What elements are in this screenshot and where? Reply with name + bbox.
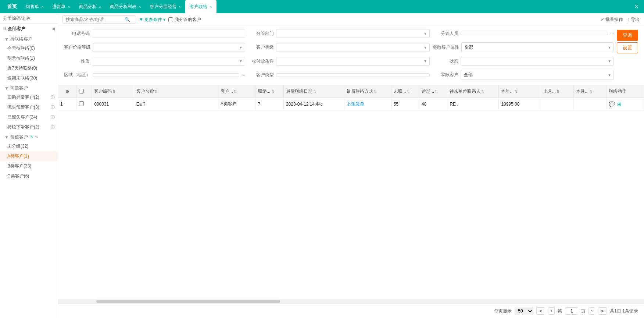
- staff-more-icon[interactable]: ···: [610, 31, 614, 36]
- lastdate-sort-icon[interactable]: ⇅: [313, 89, 316, 93]
- col-contact-person[interactable]: 往来单位联系人 ⇅: [447, 85, 499, 98]
- sidebar-item-today[interactable]: 今天待联络(0): [0, 43, 58, 53]
- contact-sort-icon[interactable]: ⇅: [271, 89, 274, 93]
- prev-page-btn[interactable]: ‹: [548, 307, 555, 315]
- contactperson-sort-icon[interactable]: ⇅: [481, 89, 484, 93]
- batch-op-btn[interactable]: ✓ 批量操作: [601, 17, 623, 23]
- export-btn[interactable]: ↑ 导出: [627, 17, 640, 23]
- sidebar-search-input[interactable]: [3, 16, 58, 21]
- close-analysis-list-tab[interactable]: ×: [139, 4, 141, 9]
- lastmethod-sort-icon[interactable]: ⇅: [374, 89, 377, 93]
- close-customer-contact-tab[interactable]: ×: [210, 4, 212, 9]
- sidebar-item-classA[interactable]: A类客户(1): [0, 151, 58, 161]
- sidebar-item-tomorrow[interactable]: 明天待联络(1): [0, 53, 58, 63]
- sidebar-item-declining[interactable]: 持续下滑客户(2) ⓘ: [0, 122, 58, 132]
- sidebar-item-lost[interactable]: 已流失客户(24) ⓘ: [0, 112, 58, 122]
- name-sort-icon[interactable]: ⇅: [155, 89, 158, 93]
- close-all-tabs[interactable]: ×: [632, 3, 641, 10]
- next-page-btn[interactable]: ›: [588, 307, 595, 315]
- col-settings[interactable]: ⚙: [58, 85, 77, 98]
- grid-icon[interactable]: ⊞: [617, 101, 622, 107]
- search-box[interactable]: 🔍: [62, 15, 136, 24]
- close-sales-tab[interactable]: ×: [41, 4, 43, 9]
- level-select[interactable]: ▾: [276, 43, 429, 52]
- col-last-method[interactable]: 最后联络方式 ⇅: [344, 85, 391, 98]
- sidebar-collapse-btn[interactable]: ◀: [52, 26, 55, 31]
- lastmonth-sort-icon[interactable]: ⇅: [557, 89, 559, 93]
- col-not-contacted[interactable]: 未联... ⇅: [391, 85, 419, 98]
- last-page-btn[interactable]: ⊳: [598, 307, 607, 315]
- first-page-btn[interactable]: ⊲: [536, 307, 545, 315]
- nav-tab-purchase[interactable]: 进货单 ×: [48, 0, 74, 13]
- close-customer-mgmt-tab[interactable]: ×: [179, 4, 181, 9]
- nav-tab-sales[interactable]: 销售单 ×: [21, 0, 48, 13]
- nav-tab-customer-contact[interactable]: 客户联络 ×: [185, 0, 216, 13]
- col-last-date[interactable]: 最后联络日期 ⇅: [283, 85, 344, 98]
- overdue-sort-icon[interactable]: ⇅: [435, 89, 438, 93]
- retail2-select[interactable]: 全部 ▾: [461, 70, 614, 80]
- nav-tab-analysis-list[interactable]: 商品分析列表 ×: [105, 0, 145, 13]
- staff-select[interactable]: [461, 32, 608, 35]
- col-name[interactable]: 客户名称 ⇅: [134, 85, 218, 98]
- yearamt-sort-icon[interactable]: ⇅: [514, 89, 517, 93]
- region-more-icon[interactable]: ···: [242, 73, 245, 78]
- row-last-method[interactable]: 下销货单: [344, 98, 391, 110]
- settings-button[interactable]: 设置: [617, 42, 638, 53]
- chat-icon[interactable]: 💬: [609, 101, 615, 107]
- sidebar-item-classC[interactable]: C类客户(6): [0, 171, 58, 181]
- close-analysis-tab[interactable]: ×: [99, 4, 101, 9]
- pay-select[interactable]: ▾: [276, 57, 429, 66]
- row-checkbox[interactable]: [79, 101, 84, 106]
- refresh-icon[interactable]: ↻: [30, 135, 33, 139]
- sidebar-item-overdue[interactable]: 逾期未联络(30): [0, 73, 58, 83]
- sidebar-item-ungroup[interactable]: 未分组(32): [0, 141, 58, 151]
- staff-label: 分管人员: [433, 31, 458, 37]
- sidebar-group-problem[interactable]: ▼ 问题客户: [0, 83, 58, 92]
- edit-icon[interactable]: ✎: [35, 135, 38, 139]
- select-all-checkbox[interactable]: [79, 89, 84, 93]
- search-input[interactable]: [66, 17, 125, 22]
- my-customers-checkbox[interactable]: [168, 17, 173, 22]
- retail-attr-select[interactable]: 全部 ▾: [461, 42, 614, 52]
- sidebar-item-classB[interactable]: B类客户(33): [0, 161, 58, 171]
- sidebar-all-customers[interactable]: ⠿ 全部客户 ◀: [0, 24, 58, 34]
- col-this-month[interactable]: 本月... ⇅: [574, 85, 607, 98]
- col-last-month[interactable]: 上月... ⇅: [541, 85, 573, 98]
- nav-tab-analysis[interactable]: 商品分析 ×: [75, 0, 105, 13]
- region-select[interactable]: [93, 73, 239, 77]
- col-overdue[interactable]: 逾期... ⇅: [419, 85, 447, 98]
- nature-select[interactable]: ▾: [92, 57, 245, 66]
- close-purchase-tab[interactable]: ×: [68, 4, 70, 9]
- price-select[interactable]: ▾: [93, 43, 245, 52]
- dept-select[interactable]: ▾: [276, 29, 429, 38]
- cust-type-select[interactable]: [276, 73, 429, 77]
- query-button[interactable]: 查询: [617, 30, 638, 41]
- nav-home[interactable]: 首页: [3, 0, 21, 13]
- col-cust-type[interactable]: 客户... ⇅: [218, 85, 255, 98]
- page-input[interactable]: [565, 307, 578, 315]
- horizontal-scrollbar[interactable]: [58, 299, 644, 304]
- sidebar-item-week[interactable]: 近7天待联络(0): [0, 63, 58, 73]
- more-conditions[interactable]: ▼ 更多条件 ▾: [139, 17, 165, 23]
- search-icon[interactable]: 🔍: [125, 17, 130, 22]
- scroll-thumb[interactable]: [96, 300, 280, 303]
- sidebar-group-pending[interactable]: ▼ 待联络客户: [0, 34, 58, 43]
- thismonth-sort-icon[interactable]: ⇅: [589, 89, 592, 93]
- nav-tab-customer-mgmt[interactable]: 客户分层经营 ×: [146, 0, 185, 13]
- code-sort-icon[interactable]: ⇅: [112, 89, 115, 93]
- row-checkbox-cell[interactable]: [77, 98, 92, 110]
- col-contact-count[interactable]: 联络... ⇅: [255, 85, 283, 98]
- col-code[interactable]: 客户编码 ⇅: [92, 85, 134, 98]
- sidebar-item-repurchase[interactable]: 回购异常客户(2) ⓘ: [0, 92, 58, 102]
- status-select[interactable]: ▾: [461, 57, 614, 66]
- notcontact-sort-icon[interactable]: ⇅: [407, 89, 410, 93]
- col-year-amount[interactable]: 本年... ⇅: [499, 85, 541, 98]
- sidebar-item-lostwarning[interactable]: 流失预警客户(3) ⓘ: [0, 102, 58, 112]
- page-size-select[interactable]: 50 100 200: [515, 307, 533, 315]
- last-method-link[interactable]: 下销货单: [347, 101, 364, 106]
- col-checkbox[interactable]: [77, 85, 92, 98]
- phone-input[interactable]: [92, 29, 245, 38]
- sidebar-search-box[interactable]: 🔍: [0, 13, 58, 24]
- custtype-sort-icon[interactable]: ⇅: [234, 89, 237, 93]
- sidebar-group-value[interactable]: ▼ 价值客户 ↻ ✎: [0, 132, 58, 141]
